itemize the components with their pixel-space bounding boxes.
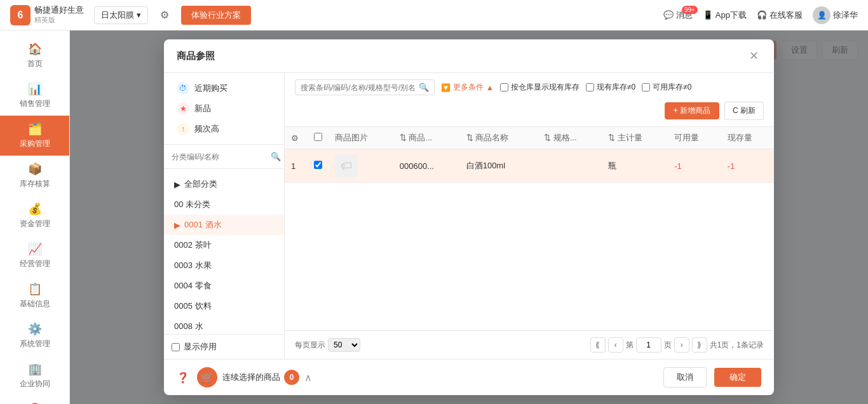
modal-footer: ❓ 🛒 连续选择的商品 0 ∧ 取消 确定 [164,359,774,395]
content-area: 查询 设置 刷新 商品参照 ✕ ⏱ [70,30,868,404]
usable-stock-label: 可用库存≠0 [653,82,691,93]
inventory-icon: 📦 [28,162,42,176]
table-row[interactable]: 1 🏷 000600... 白酒100ml [285,149,774,183]
page-suffix: 页 [664,340,672,351]
sidebar-item-guide[interactable]: 🎯 新手引导 [0,396,69,404]
page-navigation: ⟪ ‹ 第 页 › ⟫ 共1页，1条记录 [590,337,764,353]
category-item-active[interactable]: ▶ 0001 酒水 [164,215,284,235]
cell-name: 白酒100ml [460,149,538,183]
enterprise-icon: 🏢 [28,362,42,376]
category-item[interactable]: 0008 水 [164,316,284,334]
usable-stock-checkbox-label[interactable]: 可用库存≠0 [642,82,691,93]
sidebar-item-label: 基础信息 [20,299,50,309]
search-icon[interactable]: 🔍 [419,83,429,92]
category-label: 0005 饮料 [174,300,212,312]
refresh-product-button[interactable]: C 刷新 [724,102,764,120]
store-dropdown[interactable]: 日太阳膜 ▾ [94,6,148,24]
cart-icon[interactable]: 🛒 [197,367,217,387]
online-service-btn[interactable]: 🎧 在线客服 [757,10,803,21]
chevron-up-icon: ▲ [486,83,494,92]
last-page-button[interactable]: ⟫ [692,337,707,353]
warehouse-display-checkbox[interactable] [500,83,508,91]
sidebar-item-operation[interactable]: 📈 经营管理 [0,236,69,276]
show-disabled-label[interactable]: 显示停用 [184,341,217,353]
username: 徐泽华 [833,10,858,21]
sidebar-item-sales[interactable]: 📊 销售管理 [0,76,69,116]
usable-stock-checkbox[interactable] [642,83,650,91]
category-all[interactable]: ▶ 全部分类 [164,174,284,194]
select-all-checkbox[interactable] [314,133,322,141]
cell-code: 000600... [393,149,460,183]
sidebar-item-basic[interactable]: 📋 基础信息 [0,276,69,316]
first-page-button[interactable]: ⟪ [590,337,606,353]
logo: 6 畅捷通好生意 精英版 [10,5,86,25]
expand-arrow-icon: ▶ [174,180,180,189]
col-stock-label: 现存量 [728,133,752,142]
category-label: 0008 水 [174,321,203,332]
show-disabled-checkbox[interactable] [172,343,180,351]
sidebar-item-inventory[interactable]: 📦 库存核算 [0,156,69,196]
col-name[interactable]: ⇅ 商品名称 [460,127,538,149]
new-label: 新品 [194,103,211,114]
finance-icon: 💰 [28,202,42,216]
page-size-select[interactable]: 50 10 20 100 [328,338,360,352]
add-product-button[interactable]: + 新增商品 [665,102,719,119]
frequent-products[interactable]: ↑ 频次高 [172,119,276,139]
category-item[interactable]: 0005 饮料 [164,296,284,316]
col-spec[interactable]: ⇅ 规格... [538,127,602,149]
row-checkbox[interactable] [314,161,322,169]
next-page-button[interactable]: › [674,337,689,353]
available-stock-checkbox-label[interactable]: 现有库存≠0 [586,82,635,93]
sidebar-item-enterprise[interactable]: 🏢 企业协同 [0,356,69,396]
col-code[interactable]: ⇅ 商品... [393,127,460,149]
product-search-input[interactable] [301,83,415,92]
app-download-label: App下载 [715,10,747,21]
filter-icon: 🔽 [441,83,451,92]
settings-icon[interactable]: ⚙ [156,6,173,24]
product-search-box: 🔍 [295,79,435,95]
cancel-button[interactable]: 取消 [663,367,707,387]
confirm-button[interactable]: 确定 [714,368,761,387]
new-products[interactable]: ★ 新品 [172,98,276,119]
modal-close-button[interactable]: ✕ [746,48,761,64]
messages-btn[interactable]: 💬 消息 99+ [663,10,693,21]
category-item[interactable]: 0004 零食 [164,276,284,296]
col-available: 可用量 [668,127,721,149]
product-panel: 🔍 🔽 更多条件 ▲ 按仓库显示现有库存 [285,73,774,359]
product-table: ⚙ 商品图片 [285,127,774,330]
category-item[interactable]: 0002 茶叶 [164,235,284,255]
collapse-footer-button[interactable]: ∧ [304,372,312,384]
col-unit[interactable]: ⇅ 主计量 [602,127,668,149]
new-icon: ★ [177,102,189,115]
help-icon[interactable]: ❓ [177,372,189,384]
selected-products-info: 连续选择的商品 0 [222,370,299,385]
available-stock-checkbox[interactable] [586,83,594,91]
category-search-input[interactable] [172,152,267,161]
col-checkbox [308,127,329,149]
product-reference-modal: 商品参照 ✕ ⏱ 近期购买 ★ 新 [164,39,774,395]
warehouse-display-checkbox-label[interactable]: 按仓库显示现有库存 [500,82,580,93]
recent-purchases[interactable]: ⏱ 近期购买 [172,78,276,98]
basic-icon: 📋 [28,282,42,296]
sidebar-item-finance[interactable]: 💰 资金管理 [0,196,69,236]
app-download-btn[interactable]: 📱 App下载 [703,10,747,21]
sidebar-item-label: 经营管理 [20,259,50,269]
category-item[interactable]: 00 未分类 [164,194,284,215]
gear-icon[interactable]: ⚙ [291,133,299,143]
user-menu[interactable]: 👤 徐泽华 [813,6,858,24]
more-filter-button[interactable]: 🔽 更多条件 ▲ [441,82,494,93]
category-item[interactable]: 0003 水果 [164,255,284,276]
warehouse-display-label: 按仓库显示现有库存 [511,82,580,93]
freq-label: 频次高 [194,123,219,135]
avatar: 👤 [813,6,831,24]
trial-btn[interactable]: 体验行业方案 [181,6,251,25]
page-number-input[interactable] [636,337,661,353]
prev-page-button[interactable]: ‹ [608,337,623,353]
sidebar-item-system[interactable]: ⚙️ 系统管理 [0,316,69,356]
search-icon[interactable]: 🔍 [271,152,281,161]
col-code-label: 商品... [409,133,432,142]
table-header-row: ⚙ 商品图片 [285,127,774,149]
sidebar-item-home[interactable]: 🏠 首页 [0,36,69,76]
sort-icon: ⇅ [544,133,551,142]
sidebar-item-purchase[interactable]: 🗂️ 采购管理 [0,116,69,156]
